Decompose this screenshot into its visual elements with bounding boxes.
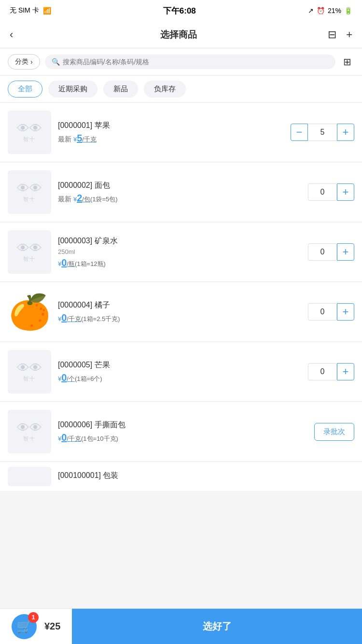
product-info: [0000006] 手撕面包 ¥0/千克(1包=10千克): [58, 420, 307, 443]
carrier-text: 无 SIM 卡: [10, 6, 39, 15]
status-time: 下午6:08: [163, 5, 196, 16]
filter-icon[interactable]: ⊟: [328, 28, 336, 41]
product-info: [000100001] 包装: [58, 471, 354, 483]
list-item: 👁👁 智十 [0000005] 芒果 ¥0/个(1箱=6个) +: [0, 342, 362, 402]
quantity-input[interactable]: [308, 183, 337, 201]
owl-placeholder: 👁👁 智十: [17, 122, 42, 143]
quantity-control: +: [308, 303, 354, 321]
quantity-increase[interactable]: +: [337, 124, 354, 141]
wifi-icon: 📶: [43, 7, 51, 14]
bottom-bar: 🛒 1 ¥25 选好了: [0, 608, 362, 644]
product-list: 👁👁 智十 [0000001] 苹果 最新 ¥5/千克 − + 👁👁 智十 [: [0, 103, 362, 491]
list-item: 👁👁 智十 [0000006] 手撕面包 ¥0/千克(1包=10千克) 录批次: [0, 402, 362, 462]
location-icon: ↗: [308, 7, 314, 14]
tab-negative[interactable]: 负库存: [144, 81, 186, 98]
product-price: ¥0/千克(1包=10千克): [58, 432, 307, 443]
quantity-input[interactable]: [308, 243, 337, 261]
battery-text: 21%: [328, 7, 341, 14]
product-price: 最新 ¥5/千克: [58, 133, 284, 144]
search-icon: 🔍: [52, 58, 60, 66]
quantity-increase[interactable]: +: [337, 363, 354, 380]
cart-badge: 1: [28, 612, 39, 623]
product-price: ¥0/千克(1箱=2.5千克): [58, 312, 301, 323]
product-name: [000100001] 包装: [58, 471, 354, 481]
quantity-input[interactable]: [308, 303, 337, 321]
product-name: [0000004] 橘子: [58, 300, 301, 310]
batch-button[interactable]: 录批次: [314, 423, 354, 441]
product-info: [0000002] 面包 最新 ¥2/包(1袋=5包): [58, 181, 301, 204]
list-item: [000100001] 包装: [0, 462, 362, 491]
search-input[interactable]: [63, 58, 329, 66]
category-chevron: ›: [30, 58, 33, 66]
product-name: [0000003] 矿泉水: [58, 236, 301, 246]
list-item: 👁👁 智十 [0000002] 面包 最新 ¥2/包(1袋=5包) +: [0, 163, 362, 222]
alarm-icon: ⏰: [317, 7, 325, 14]
product-name: [0000006] 手撕面包: [58, 420, 307, 430]
product-info: [0000005] 芒果 ¥0/个(1箱=6个): [58, 360, 301, 383]
product-info: [0000001] 苹果 最新 ¥5/千克: [58, 121, 284, 144]
quantity-increase[interactable]: +: [337, 303, 354, 321]
quantity-decrease[interactable]: −: [291, 124, 308, 141]
product-info: [0000003] 矿泉水 250ml ¥0/瓶(1箱=12瓶): [58, 236, 301, 268]
battery-icon: 🔋: [344, 7, 352, 14]
nav-bar: ‹ 选择商品 ⊟ +: [0, 21, 362, 48]
list-item: 🍊 [0000004] 橘子 ¥0/千克(1箱=2.5千克) +: [0, 282, 362, 342]
quantity-control: +: [308, 363, 354, 380]
product-image: 🍊: [8, 290, 51, 334]
quantity-increase[interactable]: +: [337, 183, 354, 201]
quantity-control: +: [308, 183, 354, 201]
cart-icon-wrapper[interactable]: 🛒 1: [12, 614, 37, 639]
product-name: [0000005] 芒果: [58, 360, 301, 370]
product-image: 👁👁 智十: [8, 170, 51, 214]
confirm-button[interactable]: 选好了: [72, 609, 362, 644]
owl-placeholder: 👁👁 智十: [17, 242, 42, 263]
status-bar: 无 SIM 卡 📶 下午6:08 ↗ ⏰ 21% 🔋: [0, 0, 362, 21]
owl-placeholder: 👁👁 智十: [17, 182, 42, 203]
cart-section: 🛒 1 ¥25: [0, 614, 72, 639]
quantity-control: +: [308, 243, 354, 261]
owl-placeholder: 👁👁 智十: [17, 362, 42, 382]
product-spec: 250ml: [58, 248, 301, 255]
tab-new[interactable]: 新品: [103, 81, 138, 98]
product-price: 最新 ¥2/包(1袋=5包): [58, 193, 301, 204]
quantity-control: − +: [291, 124, 354, 141]
cart-total: ¥25: [44, 621, 60, 632]
product-image: 👁👁 智十: [8, 350, 51, 393]
quantity-input[interactable]: [308, 124, 337, 141]
add-button[interactable]: +: [346, 28, 352, 41]
product-image: 👁👁 智十: [8, 111, 51, 154]
status-carrier: 无 SIM 卡 📶: [10, 6, 51, 15]
page-title: 选择商品: [160, 28, 197, 41]
product-image: 👁👁 智十: [8, 230, 51, 274]
scan-icon[interactable]: ⊞: [340, 55, 354, 69]
quantity-increase[interactable]: +: [337, 243, 354, 261]
category-button[interactable]: 分类 ›: [8, 54, 40, 70]
search-wrapper: 🔍: [45, 55, 335, 69]
search-bar: 分类 › 🔍 ⊞: [0, 48, 362, 76]
product-name: [0000001] 苹果: [58, 121, 284, 131]
quantity-input[interactable]: [308, 363, 337, 380]
nav-actions: ⊟ +: [328, 28, 352, 41]
status-indicators: ↗ ⏰ 21% 🔋: [308, 7, 352, 14]
product-name: [0000002] 面包: [58, 181, 301, 191]
back-button[interactable]: ‹: [10, 28, 29, 41]
list-item: 👁👁 智十 [0000001] 苹果 最新 ¥5/千克 − +: [0, 103, 362, 162]
product-price: ¥0/个(1箱=6个): [58, 372, 301, 383]
category-label: 分类: [15, 57, 28, 66]
product-info: [0000004] 橘子 ¥0/千克(1箱=2.5千克): [58, 300, 301, 323]
tab-recent[interactable]: 近期采购: [48, 81, 97, 98]
product-emoji: 🍊: [9, 290, 51, 334]
owl-placeholder: 👁👁 智十: [17, 421, 42, 442]
product-image: [8, 467, 51, 486]
product-image: 👁👁 智十: [8, 410, 51, 453]
tab-all[interactable]: 全部: [8, 81, 42, 98]
product-price: ¥0/瓶(1箱=12瓶): [58, 257, 301, 268]
list-item: 👁👁 智十 [0000003] 矿泉水 250ml ¥0/瓶(1箱=12瓶) +: [0, 223, 362, 282]
filter-tabs: 全部 近期采购 新品 负库存: [0, 76, 362, 103]
